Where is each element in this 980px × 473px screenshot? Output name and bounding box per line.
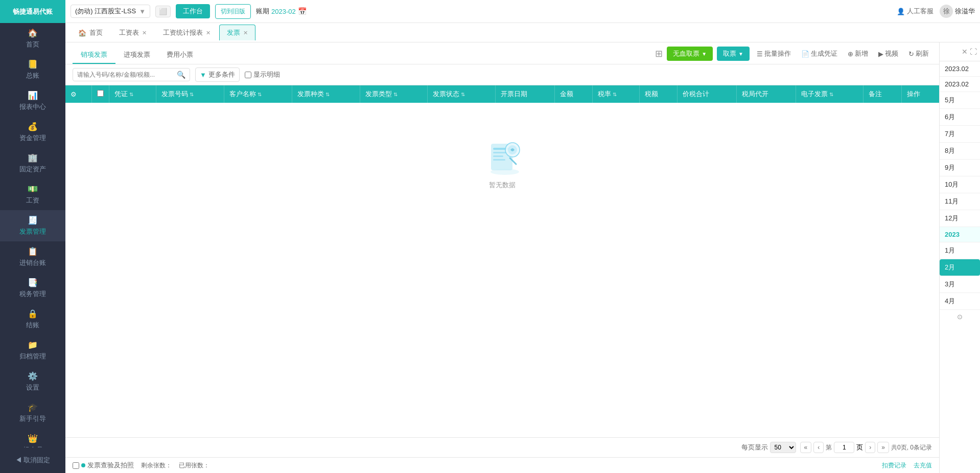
col-invoice-category[interactable]: 发票类型⇅ — [360, 85, 428, 103]
search-icon[interactable]: 🔍 — [177, 71, 185, 79]
col-voucher[interactable]: 凭证⇅ — [109, 85, 156, 103]
user-profile-button[interactable]: 徐 徐溢华 — [940, 5, 975, 18]
grid-settings-icon[interactable]: ⊞ — [655, 48, 663, 59]
invoice-verify-check[interactable]: 发票查验及拍照 — [73, 461, 134, 470]
tab-invoice[interactable]: 发票 ✕ — [219, 25, 255, 40]
pagination-bar: 每页显示 20 50 100 « ‹ 第 页 › » 共0页, 0条记录 — [65, 437, 939, 457]
sub-tab-sales-invoice[interactable]: 销项发票 — [73, 47, 115, 64]
show-detail-toggle[interactable]: 显示明细 — [245, 70, 280, 79]
col-settings[interactable]: ⚙ — [65, 85, 91, 103]
page-input[interactable] — [834, 442, 854, 453]
switch-version-button[interactable]: 切到旧版 — [215, 4, 251, 19]
last-page-button[interactable]: » — [877, 442, 889, 453]
sidebar-item-settings[interactable]: ⚙️ 设置 — [0, 366, 65, 397]
sidebar-item-home[interactable]: 🏠 首页 — [0, 23, 65, 54]
date-item-m3[interactable]: 3月 — [940, 276, 980, 293]
next-page-button[interactable]: › — [865, 442, 875, 453]
unpin-button[interactable]: ◀ 取消固定 — [5, 453, 60, 468]
prev-page-button[interactable]: ‹ — [813, 442, 824, 453]
avatar: 徐 — [940, 5, 953, 18]
sub-tab-expense-receipt[interactable]: 费用小票 — [158, 47, 201, 64]
sidebar-item-member[interactable]: 👑 畅会员 — [0, 429, 65, 447]
sidebar-item-archive[interactable]: 📁 归档管理 — [0, 335, 65, 366]
salary-icon: 💵 — [28, 184, 38, 194]
date-item-m2-active[interactable]: 2月 — [940, 259, 980, 276]
tab-salary-stat[interactable]: 工资统计报表 ✕ — [155, 25, 218, 40]
sidebar-item-reports[interactable]: 📊 报表中心 — [0, 85, 65, 117]
date-item-m8[interactable]: 8月 — [940, 143, 980, 160]
col-invoice-type[interactable]: 发票种类⇅ — [292, 85, 360, 103]
date-item-m9[interactable]: 9月 — [940, 160, 980, 176]
col-e-invoice[interactable]: 电子发票⇅ — [796, 85, 864, 103]
copy-button[interactable]: ⬜ — [155, 6, 171, 17]
scroll-to-top-button[interactable]: ⊙ — [940, 310, 980, 324]
date-item-m1[interactable]: 1月 — [940, 242, 980, 259]
no-invoice-button[interactable]: 无血取票 ▼ — [667, 47, 713, 61]
show-detail-checkbox[interactable] — [245, 72, 251, 78]
gen-voucher-button[interactable]: 📄 生成凭证 — [798, 47, 841, 60]
customer-service-button[interactable]: 👤 人工客服 — [897, 7, 934, 16]
select-all-checkbox[interactable] — [97, 90, 104, 97]
sidebar-item-ledger[interactable]: 📒 总账 — [0, 54, 65, 85]
date-item-m10[interactable]: 10月 — [940, 176, 980, 193]
sidebar-item-sales[interactable]: 📋 进销台账 — [0, 241, 65, 273]
sidebar-item-settlement[interactable]: 🔒 结账 — [0, 304, 65, 335]
col-invoice-no[interactable]: 发票号码⇅ — [156, 85, 224, 103]
filter-bar: 🔍 ▼ 更多条件 显示明细 — [65, 64, 939, 85]
col-remark: 备注 — [864, 85, 901, 103]
per-page-dropdown[interactable]: 20 50 100 — [770, 442, 796, 453]
company-selector[interactable]: (勿动) 江西股宝-LSS ▼ — [71, 5, 150, 18]
date-item-m11[interactable]: 11月 — [940, 193, 980, 210]
ledger-icon: 📒 — [28, 59, 38, 69]
video-button[interactable]: ▶ 视频 — [875, 47, 901, 60]
svg-rect-5 — [493, 159, 505, 161]
get-invoice-dropdown-icon: ▼ — [738, 51, 743, 57]
date-item-2023-02[interactable]: 2023.02 — [940, 77, 980, 92]
invoice-table: ⚙ 凭证⇅ 发票号码⇅ 客户名称⇅ 发票种类⇅ 发票类型⇅ 发票状态⇅ 开票日期… — [65, 85, 939, 103]
get-invoice-button[interactable]: 取票 ▼ — [717, 47, 750, 61]
more-conditions-button[interactable]: ▼ 更多条件 — [195, 67, 240, 82]
sidebar: 畅捷通易代账 🏠 首页 📒 总账 📊 报表中心 💰 资金管理 🏢 固定资产 💵 … — [0, 0, 65, 473]
expand-panel-icon[interactable]: ⛶ — [970, 48, 977, 56]
period-calendar-icon[interactable]: 📅 — [298, 7, 307, 15]
service-icon: 👤 — [897, 8, 905, 15]
date-item-m5[interactable]: 5月 — [940, 92, 980, 109]
close-salary-stat-tab[interactable]: ✕ — [206, 30, 211, 36]
content-area: 销项发票 进项发票 费用小票 ⊞ 无血取票 ▼ 取票 — [65, 42, 980, 473]
scroll-top-icon: ⊙ — [957, 313, 963, 321]
tab-salary[interactable]: 工资表 ✕ — [111, 25, 154, 40]
batch-ops-button[interactable]: ☰ 批量操作 — [754, 47, 794, 60]
empty-illustration — [482, 133, 523, 174]
close-panel-icon[interactable]: ✕ — [962, 48, 968, 56]
tab-home[interactable]: 🏠 首页 — [71, 25, 110, 40]
sidebar-item-fixed-assets[interactable]: 🏢 固定资产 — [0, 148, 65, 179]
workbench-button[interactable]: 工作台 — [176, 4, 210, 18]
close-salary-tab[interactable]: ✕ — [142, 30, 147, 36]
sidebar-item-salary[interactable]: 💵 工资 — [0, 179, 65, 210]
close-invoice-tab[interactable]: ✕ — [243, 30, 248, 36]
col-checkbox[interactable] — [91, 85, 109, 103]
recharge-link[interactable]: 去充值 — [914, 461, 932, 470]
deduct-records-link[interactable]: 扣费记录 — [882, 461, 906, 470]
date-item-m7[interactable]: 7月 — [940, 126, 980, 143]
sidebar-item-invoice-mgmt[interactable]: 🧾 发票管理 — [0, 210, 65, 241]
sub-tab-purchase-invoice[interactable]: 进项发票 — [115, 47, 158, 64]
date-item-m12[interactable]: 12月 — [940, 210, 980, 227]
new-button[interactable]: ⊕ 新增 — [845, 47, 871, 60]
col-customer[interactable]: 客户名称⇅ — [224, 85, 292, 103]
col-status[interactable]: 发票状态⇅ — [428, 85, 496, 103]
sidebar-item-tax[interactable]: 📑 税务管理 — [0, 273, 65, 304]
date-item-m6[interactable]: 6月 — [940, 109, 980, 126]
invoice-verify-checkbox[interactable] — [73, 462, 79, 469]
gen-voucher-icon: 📄 — [801, 50, 809, 58]
date-item-year-2023[interactable]: 2023 — [940, 227, 980, 242]
filter-icon: ▼ — [200, 71, 206, 79]
refresh-button[interactable]: ↻ 刷新 — [905, 47, 932, 60]
sidebar-item-guide[interactable]: 🎓 新手引导 — [0, 397, 65, 429]
date-item-2023-02-top[interactable]: 2023.02 — [940, 61, 980, 77]
sidebar-item-funds[interactable]: 💰 资金管理 — [0, 117, 65, 148]
col-tax-rate[interactable]: 税率⇅ — [593, 85, 640, 103]
first-page-button[interactable]: « — [800, 442, 812, 453]
date-item-m4[interactable]: 4月 — [940, 293, 980, 310]
search-input[interactable] — [77, 71, 174, 78]
